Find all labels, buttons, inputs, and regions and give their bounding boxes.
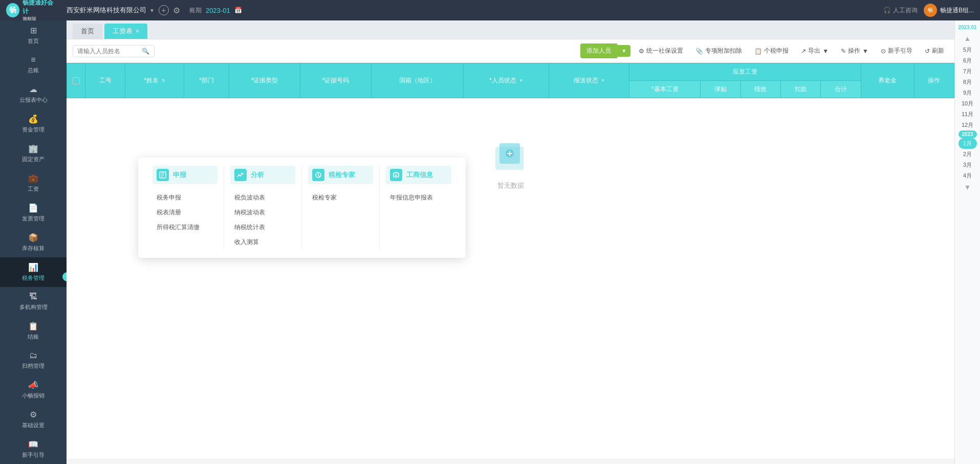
add-person-button[interactable]: 添加人员	[580, 43, 617, 58]
personal-tax-button[interactable]: 📋 个税申报	[750, 45, 793, 57]
col-dept: *部门	[184, 63, 229, 98]
tab-payroll[interactable]: 工资表 ×	[104, 24, 147, 39]
horizontal-scrollbar[interactable]	[67, 459, 954, 464]
search-input[interactable]	[77, 48, 139, 55]
operations-button[interactable]: ✎ 操作 ▼	[837, 45, 873, 57]
timeline-month-4[interactable]: 4月	[959, 170, 977, 181]
sidebar-item-guide[interactable]: 📖 新手引导	[0, 434, 67, 464]
company-selector[interactable]: 西安虾米网络科技有限公司 ▼	[67, 6, 155, 15]
sidebar-item-tax[interactable]: 📊 税务管理 ‹	[0, 257, 67, 287]
timeline-month-7[interactable]: 7月	[959, 66, 977, 77]
social-insurance-button[interactable]: ⚙ 统一社保设置	[635, 45, 687, 57]
export-button[interactable]: ↗ 导出 ▼	[797, 45, 833, 57]
menu-item-tax-stats[interactable]: 纳税统计表	[230, 220, 295, 235]
timeline-month-3[interactable]: 3月	[959, 160, 977, 170]
sidebar-item-ledger[interactable]: ≡ 总账	[0, 50, 67, 79]
toolbar: 🔍 添加人员 ▼ ⚙ 统一社保设置 📎 专项附加扣除 📋 个税申报 ↗ 导出	[67, 39, 954, 63]
tab-close-icon[interactable]: ×	[136, 28, 139, 35]
business-info-icon	[390, 169, 402, 181]
sidebar-item-home[interactable]: ⊞ 首页	[0, 20, 67, 50]
timeline-month-6[interactable]: 6月	[959, 55, 977, 66]
tax-menu-dropdown: 申报 税务申报 税表清册 所得税汇算清缴 分析 税负波动表 纳税波动表	[138, 158, 466, 258]
sidebar-item-fund[interactable]: 💰 资金管理	[0, 109, 67, 139]
svg-point-6	[238, 174, 240, 176]
special-deduction-button[interactable]: 📎 专项附加扣除	[691, 45, 746, 57]
company-name: 西安虾米网络科技有限公司	[67, 6, 146, 15]
service-icon: 🎧	[883, 7, 891, 14]
sidebar-item-assets[interactable]: 🏢 固定资产	[0, 139, 67, 168]
refresh-icon: ↺	[925, 48, 930, 55]
menu-item-tax-payment-fluctuation[interactable]: 纳税波动表	[230, 205, 295, 220]
sidebar-item-invoice[interactable]: 📄 发票管理	[0, 198, 67, 228]
col-pension: 养老金	[861, 63, 914, 98]
sidebar-label-archive: 归档管理	[22, 362, 45, 370]
guide-button[interactable]: ⊙ 新手引导	[877, 45, 917, 57]
tab-payroll-label: 工资表	[113, 27, 133, 36]
timeline-header: 2023.01	[958, 23, 976, 32]
sidebar-item-close-books[interactable]: 📋 结账	[0, 316, 67, 346]
settings-icon[interactable]: ⚙	[173, 6, 180, 15]
menu-item-tax-declaration[interactable]: 税务申报	[153, 190, 217, 205]
timeline-month-10[interactable]: 10月	[959, 98, 977, 109]
menu-item-income-estimate[interactable]: 收入测算	[230, 235, 295, 250]
personal-tax-label: 个税申报	[764, 47, 789, 55]
sidebar-item-multi-org[interactable]: 🏗 多机构管理	[0, 287, 67, 316]
home-icon: ⊞	[30, 26, 37, 35]
search-box[interactable]: 🔍	[73, 45, 155, 57]
table-container: 工号 *姓名 ⇅ *部门 *证据类型 *证据号码 国籍（地区） *人员状态 ▼ …	[67, 63, 954, 459]
main-layout: ⊞ 首页 ≡ 总账 ☁ 云报表中心 💰 资金管理 🏢 固定资产 💼 工资 📄 发…	[0, 20, 980, 464]
timeline-month-2[interactable]: 2月	[959, 149, 977, 160]
timeline-month-11[interactable]: 11月	[959, 109, 977, 120]
collapse-button[interactable]: ‹	[62, 272, 67, 281]
sidebar-label-tax: 税务管理	[22, 274, 45, 282]
logo-text: 畅捷通好会计 旗舰版	[23, 0, 57, 23]
timeline-month-12[interactable]: 12月	[959, 120, 977, 130]
menu-item-annual-report[interactable]: 年报信息申报表	[386, 190, 451, 205]
col-person-status: *人员状态 ▼	[464, 63, 549, 98]
add-person-dropdown-button[interactable]: ▼	[617, 45, 630, 57]
search-icon: 🔍	[142, 48, 149, 55]
tab-bar: 首页 工资表 ×	[67, 20, 954, 39]
timeline-up-button[interactable]: ▲	[962, 32, 973, 45]
add-company-button[interactable]: +	[159, 5, 169, 15]
timeline-month-5[interactable]: 5月	[959, 45, 977, 55]
col-deductions: 扣款	[781, 81, 821, 98]
close-books-icon: 📋	[28, 321, 38, 331]
tab-home[interactable]: 首页	[73, 24, 102, 39]
sidebar-item-inventory[interactable]: 📦 库存核算	[0, 228, 67, 257]
select-all-checkbox[interactable]	[73, 77, 80, 84]
sidebar-label-invoice: 发票管理	[22, 215, 45, 223]
invoice-icon: 📄	[28, 203, 38, 213]
sidebar-item-cloud-report[interactable]: ☁ 云报表中心	[0, 79, 67, 109]
timeline-month-9[interactable]: 9月	[959, 87, 977, 98]
timeline-month-8[interactable]: 8月	[959, 77, 977, 87]
user-area[interactable]: 畅 畅捷通B组...	[924, 4, 974, 17]
timeline-month-1[interactable]: 1月	[959, 138, 977, 149]
menu-section-business-info: 工商信息 年报信息申报表	[380, 166, 458, 250]
sidebar-label-guide: 新手引导	[22, 451, 45, 459]
sidebar-label-multi-org: 多机构管理	[19, 303, 48, 311]
special-deduction-label: 专项附加扣除	[705, 47, 742, 55]
user-avatar: 畅	[924, 4, 937, 17]
refresh-button[interactable]: ↺ 刷新	[921, 45, 948, 57]
menu-item-tax-table[interactable]: 税表清册	[153, 205, 217, 220]
empty-message: 暂无数据	[497, 181, 524, 190]
service-button[interactable]: 🎧 人工咨询	[883, 6, 918, 15]
export-label: 导出	[808, 47, 820, 55]
sidebar-item-settings[interactable]: ⚙ 基础设置	[0, 405, 67, 434]
col-total: 合计	[821, 81, 861, 98]
sidebar-item-expense[interactable]: 📣 小畅报销	[0, 375, 67, 405]
timeline-down-button[interactable]: ▼	[962, 181, 973, 193]
inventory-icon: 📦	[28, 233, 38, 242]
menu-item-income-tax[interactable]: 所得税汇算清缴	[153, 220, 217, 235]
content-area: 首页 工资表 × 🔍 添加人员 ▼ ⚙ 统一社保设置 📎 专项	[67, 20, 954, 464]
payroll-table: 工号 *姓名 ⇅ *部门 *证据类型 *证据号码 国籍（地区） *人员状态 ▼ …	[67, 63, 954, 98]
sidebar-label-cloud-report: 云报表中心	[19, 96, 48, 104]
sidebar-item-archive[interactable]: 🗂 归档管理	[0, 346, 67, 375]
analysis-icon	[234, 169, 247, 181]
calendar-icon[interactable]: 📅	[234, 7, 242, 14]
sidebar-item-payroll[interactable]: 💼 工资	[0, 168, 67, 198]
menu-item-expert[interactable]: 税检专家	[308, 190, 373, 205]
guide-toolbar-icon: ⊙	[881, 48, 886, 55]
menu-item-tax-fluctuation[interactable]: 税负波动表	[230, 190, 295, 205]
